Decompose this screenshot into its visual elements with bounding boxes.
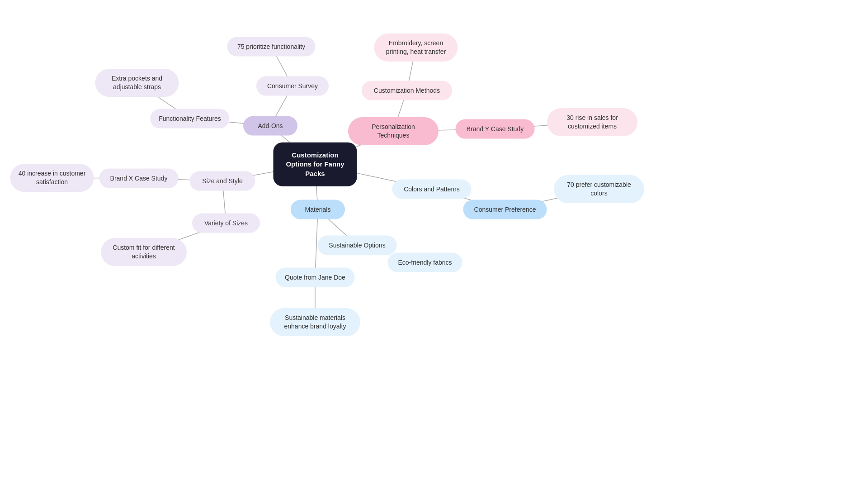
node-extra-pockets: Extra pockets and adjustable straps [95, 69, 179, 97]
node-materials: Materials [291, 200, 345, 219]
node-prefer-colors: 70 prefer customizable colors [554, 175, 644, 203]
node-brand-y: Brand Y Case Study [456, 119, 535, 139]
center-node: Customization Options for Fanny Packs [274, 143, 357, 186]
node-eco-friendly: Eco-friendly fabrics [388, 253, 462, 272]
node-functionality-features: Functionality Features [151, 109, 230, 128]
node-personalization: Personalization Techniques [348, 117, 439, 145]
node-brand-x: Brand X Case Study [99, 169, 179, 188]
node-consumer-survey: Consumer Survey [256, 76, 329, 96]
node-rise-sales: 30 rise in sales for customized items [547, 108, 637, 136]
node-sustainable-options: Sustainable Options [318, 236, 397, 255]
node-consumer-pref: Consumer Preference [463, 200, 547, 219]
node-increase-satisfaction: 40 increase in customer satisfaction [10, 164, 94, 192]
node-custom-fit: Custom fit for different activities [101, 238, 187, 266]
node-variety-sizes: Variety of Sizes [192, 214, 260, 233]
node-size-style: Size and Style [190, 171, 255, 191]
node-quote-jane: Quote from Jane Doe [276, 268, 355, 287]
mindmap-container: Customization Options for Fanny PacksPer… [0, 0, 868, 490]
node-customization-methods: Customization Methods [362, 81, 452, 100]
node-sustainable-brand: Sustainable materials enhance brand loya… [270, 308, 360, 336]
node-add-ons: Add-Ons [243, 116, 297, 136]
node-colors-patterns: Colors and Patterns [392, 180, 472, 199]
node-prioritize: 75 prioritize functionality [227, 37, 316, 57]
node-embroidery: Embroidery, screen printing, heat transf… [374, 33, 458, 62]
